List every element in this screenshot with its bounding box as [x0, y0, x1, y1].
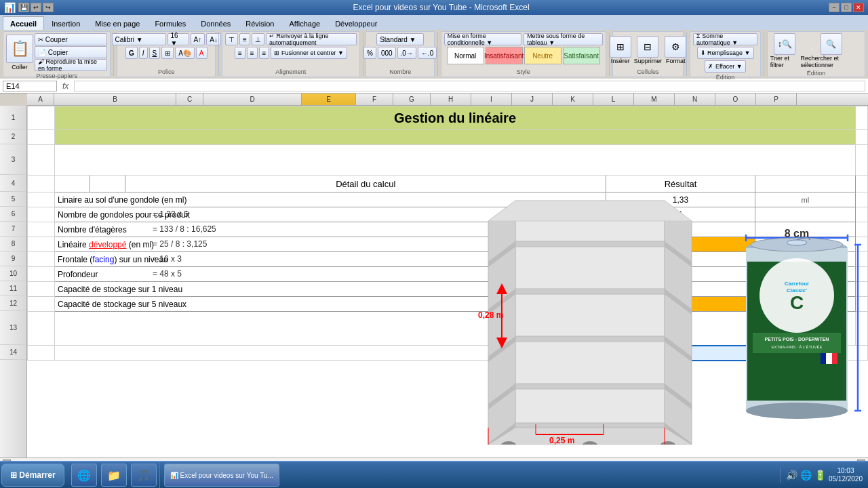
- minimize-button[interactable]: −: [829, 3, 840, 12]
- style-neutre-cell[interactable]: Neutre: [524, 47, 561, 64]
- tab-accueil[interactable]: Accueil: [3, 16, 44, 30]
- col-header-c[interactable]: C: [176, 94, 203, 105]
- cell-g4[interactable]: [855, 176, 867, 192]
- style-normal-cell[interactable]: Normal: [447, 47, 484, 64]
- font-color-button[interactable]: A: [196, 47, 208, 59]
- tab-revision[interactable]: Révision: [238, 16, 281, 30]
- row-num-5[interactable]: 5: [0, 192, 26, 207]
- cell-a14[interactable]: [28, 346, 55, 361]
- col-header-k[interactable]: K: [553, 94, 593, 105]
- format-button[interactable]: ⚙: [665, 36, 686, 58]
- taskbar-ie[interactable]: 🌐: [71, 464, 97, 487]
- cell-e4[interactable]: Résultat: [606, 176, 755, 192]
- cell-a10[interactable]: [28, 267, 55, 282]
- border-button[interactable]: ⊞: [161, 47, 174, 59]
- taskbar-excel-active[interactable]: 📊 Excel pour videos sur You Tu...: [164, 464, 279, 487]
- tab-developpeur[interactable]: Développeur: [328, 16, 384, 30]
- cell-a4[interactable]: [28, 176, 55, 192]
- align-center-button[interactable]: ≡: [247, 47, 258, 59]
- cell-reference-input[interactable]: E14: [3, 81, 57, 92]
- row-num-8[interactable]: 8: [0, 237, 26, 251]
- conditional-format-button[interactable]: Mise en forme conditionnelle ▼: [444, 33, 521, 45]
- effacer-button[interactable]: ✗ Effacer ▼: [705, 60, 745, 73]
- cell-g2[interactable]: [855, 130, 867, 145]
- row-num-7[interactable]: 7: [0, 222, 26, 237]
- row-num-2[interactable]: 2: [0, 129, 26, 144]
- col-header-f[interactable]: F: [356, 94, 393, 105]
- col-header-a[interactable]: A: [27, 94, 54, 105]
- trier-filtrer-button[interactable]: ↕🔍: [774, 33, 795, 55]
- tab-formules[interactable]: Formules: [147, 16, 193, 30]
- somme-auto-button[interactable]: Σ Somme automatique ▼: [693, 33, 757, 45]
- decrease-decimal-button[interactable]: ←.0: [418, 47, 437, 59]
- cell-g3[interactable]: [855, 145, 867, 176]
- col-header-l[interactable]: L: [593, 94, 634, 105]
- increase-decimal-button[interactable]: .0→: [397, 47, 416, 59]
- quick-access-save[interactable]: 💾: [18, 3, 29, 12]
- row-num-6[interactable]: 6: [0, 207, 26, 222]
- col-header-i[interactable]: I: [471, 94, 512, 105]
- rechercher-button[interactable]: 🔍: [821, 33, 842, 55]
- row-num-1[interactable]: 1: [0, 106, 26, 129]
- align-middle-button[interactable]: ≡: [239, 33, 250, 45]
- quick-access-undo[interactable]: ↩: [31, 3, 41, 12]
- taskbar-explorer[interactable]: 📁: [101, 464, 127, 487]
- close-button[interactable]: ✕: [853, 3, 864, 12]
- cell-c4[interactable]: [90, 176, 125, 192]
- cell-a9[interactable]: [28, 252, 55, 267]
- style-satisfaisant-cell[interactable]: Satisfaisant: [563, 47, 600, 64]
- reproduire-button[interactable]: 🖌 Reproduire la mise en forme: [35, 59, 107, 71]
- col-header-o[interactable]: O: [715, 94, 756, 105]
- cell-a11[interactable]: [28, 282, 55, 297]
- style-insatisfaisant-cell[interactable]: Insatisfaisant: [486, 47, 523, 64]
- cell-a8[interactable]: [28, 237, 55, 252]
- row-num-9[interactable]: 9: [0, 251, 26, 266]
- cell-a13[interactable]: [28, 312, 55, 346]
- maximize-button[interactable]: □: [841, 3, 852, 12]
- col-header-g[interactable]: G: [393, 94, 431, 105]
- underline-button[interactable]: S: [149, 47, 161, 59]
- align-top-button[interactable]: ⊤: [225, 33, 238, 45]
- row-num-12[interactable]: 12: [0, 296, 26, 311]
- align-bottom-button[interactable]: ⊥: [252, 33, 264, 45]
- tab-donnees[interactable]: Données: [193, 16, 238, 30]
- col-header-j[interactable]: J: [512, 94, 553, 105]
- merge-center-button[interactable]: ⊞ Fusionner et centrer ▼: [271, 47, 347, 59]
- wrap-text-button[interactable]: ↵ Renvoyer à la ligne automatiquement: [266, 33, 357, 45]
- tab-mise-en-page[interactable]: Mise en page: [87, 16, 147, 30]
- align-right-button[interactable]: ≡: [259, 47, 270, 59]
- row-num-4[interactable]: 4: [0, 175, 26, 192]
- italic-button[interactable]: I: [139, 47, 148, 59]
- comma-button[interactable]: 000: [378, 47, 396, 59]
- format-as-table-button[interactable]: Mettre sous forme de tableau ▼: [524, 33, 603, 45]
- tab-affichage[interactable]: Affichage: [281, 16, 328, 30]
- cell-g1[interactable]: [855, 106, 867, 130]
- align-left-button[interactable]: ≡: [235, 47, 245, 59]
- row-num-10[interactable]: 10: [0, 266, 26, 281]
- font-grow-button[interactable]: A↑: [191, 33, 205, 45]
- col-header-e[interactable]: E: [302, 94, 356, 105]
- quick-access-redo[interactable]: ↪: [43, 3, 54, 12]
- row-num-3[interactable]: 3: [0, 144, 26, 175]
- cell-d4[interactable]: Détail du calcul: [125, 176, 606, 192]
- cell-a3[interactable]: [28, 145, 55, 176]
- supprimer-button[interactable]: ⊟: [637, 36, 658, 58]
- cell-a12[interactable]: [28, 297, 55, 312]
- coller-button[interactable]: 📋: [6, 35, 33, 63]
- col-header-n[interactable]: N: [675, 94, 715, 105]
- cell-a6[interactable]: [28, 207, 55, 222]
- couper-button[interactable]: ✂ Couper: [35, 33, 107, 45]
- taskbar-media[interactable]: 🎵: [131, 464, 157, 487]
- font-name-selector[interactable]: Calibri ▼: [112, 33, 166, 45]
- cell-a7[interactable]: [28, 222, 55, 237]
- row-num-14[interactable]: 14: [0, 345, 26, 360]
- row-num-11[interactable]: 11: [0, 281, 26, 296]
- start-button[interactable]: ⊞ Démarrer: [1, 464, 64, 487]
- col-header-p[interactable]: P: [756, 94, 797, 105]
- row-num-13[interactable]: 13: [0, 311, 26, 345]
- formula-input[interactable]: [74, 81, 865, 92]
- bold-button[interactable]: G: [125, 47, 138, 59]
- cell-b2[interactable]: [55, 130, 856, 145]
- cell-a1[interactable]: [28, 106, 55, 130]
- tab-insertion[interactable]: Insertion: [44, 16, 87, 30]
